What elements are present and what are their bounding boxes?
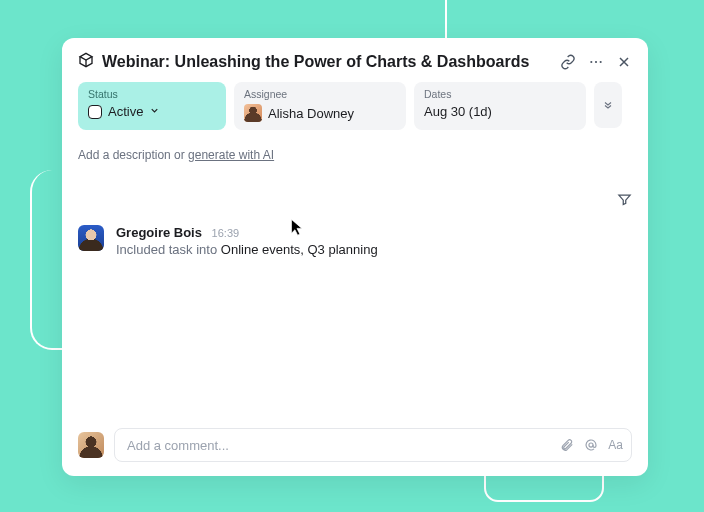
status-value: Active bbox=[108, 104, 143, 119]
attachment-icon[interactable] bbox=[560, 438, 574, 452]
svg-point-3 bbox=[589, 443, 593, 447]
chevron-down-icon bbox=[149, 104, 160, 119]
assignee-field[interactable]: Assignee Alisha Downey bbox=[234, 82, 406, 130]
link-icon[interactable] bbox=[560, 54, 576, 70]
dates-field[interactable]: Dates Aug 30 (1d) bbox=[414, 82, 586, 130]
generate-ai-link[interactable]: generate with AI bbox=[188, 148, 274, 162]
activity-avatar bbox=[78, 225, 104, 251]
activity-user: Gregoire Bois bbox=[116, 225, 202, 240]
background-decoration bbox=[445, 0, 447, 40]
field-row: Status Active Assignee Alisha Downey Dat… bbox=[62, 82, 648, 130]
task-type-icon bbox=[78, 52, 94, 72]
activity-time: 16:39 bbox=[212, 227, 240, 239]
description-prefix: Add a description or bbox=[78, 148, 188, 162]
format-icon[interactable]: Aa bbox=[608, 438, 623, 452]
task-card: Webinar: Unleashing the Power of Charts … bbox=[62, 38, 648, 476]
assignee-label: Assignee bbox=[244, 88, 396, 100]
description-row[interactable]: Add a description or generate with AI bbox=[62, 130, 648, 170]
task-title[interactable]: Webinar: Unleashing the Power of Charts … bbox=[102, 53, 552, 71]
status-field[interactable]: Status Active bbox=[78, 82, 226, 130]
activity-target: Online events, Q3 planning bbox=[221, 242, 378, 257]
status-label: Status bbox=[88, 88, 216, 100]
comment-input[interactable] bbox=[127, 438, 550, 453]
svg-point-0 bbox=[590, 61, 592, 63]
assignee-avatar bbox=[244, 104, 262, 122]
svg-point-2 bbox=[600, 61, 602, 63]
svg-point-1 bbox=[595, 61, 597, 63]
status-checkbox-icon bbox=[88, 105, 102, 119]
activity-item: Gregoire Bois 16:39 Included task into O… bbox=[62, 211, 648, 271]
activity-toolbar bbox=[62, 170, 648, 211]
assignee-value: Alisha Downey bbox=[268, 106, 354, 121]
more-icon[interactable] bbox=[588, 54, 604, 70]
card-header: Webinar: Unleashing the Power of Charts … bbox=[62, 38, 648, 82]
mention-icon[interactable] bbox=[584, 438, 598, 452]
current-user-avatar bbox=[78, 432, 104, 458]
activity-text: Included task into Online events, Q3 pla… bbox=[116, 242, 378, 257]
dates-value: Aug 30 (1d) bbox=[424, 104, 492, 119]
comment-box[interactable]: Aa bbox=[114, 428, 632, 462]
expand-fields-button[interactable] bbox=[594, 82, 622, 128]
dates-label: Dates bbox=[424, 88, 576, 100]
close-icon[interactable] bbox=[616, 54, 632, 70]
filter-icon[interactable] bbox=[617, 192, 632, 211]
comment-composer: Aa bbox=[62, 418, 648, 476]
